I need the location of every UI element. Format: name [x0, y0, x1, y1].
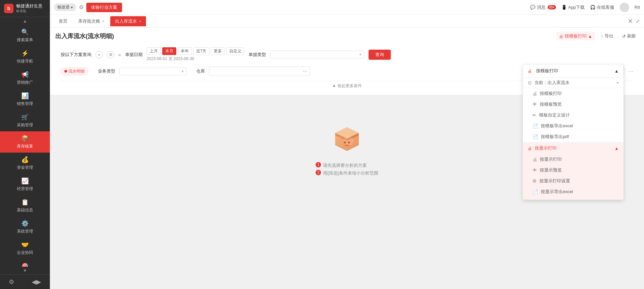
- query-button[interactable]: 查询: [369, 50, 391, 60]
- tab-batch-account[interactable]: 库存批次账 ×: [74, 16, 109, 26]
- date-btn-last-month[interactable]: 上月: [147, 47, 161, 55]
- display-print-item[interactable]: 🖨 按显示打印: [523, 154, 623, 165]
- doc-type-select[interactable]: ▾: [270, 51, 364, 58]
- tab-inout-flow-close[interactable]: ×: [139, 19, 141, 23]
- warehouse-select[interactable]: ···: [209, 67, 310, 76]
- page-title-row: 出入库流水(流水明细) 🖨 按模板打印 ▲ ↑ 导出 ↺ 刷新: [55, 32, 639, 41]
- warehouse-more-icon[interactable]: ···: [303, 68, 307, 74]
- date-btn-custom[interactable]: 自定义: [226, 47, 244, 55]
- date-filter: 上月 本月 本年 近7天 更多 自定义 2023-06-01 至 2023-06…: [147, 47, 245, 62]
- template-print-item[interactable]: 🖨 按模板打印: [523, 88, 623, 99]
- tab-batch-account-close[interactable]: ×: [102, 19, 104, 23]
- tabs-close-all-button[interactable]: ✕: [628, 18, 633, 25]
- display-export-pdf-item[interactable]: 📄 按显示导出pdf: [523, 197, 623, 200]
- page-actions: 🖨 按模板打印 ▲ ↑ 导出 ↺ 刷新: [556, 32, 639, 41]
- filter-tag-dot: [64, 70, 67, 73]
- print-icon: 🖨: [559, 34, 563, 39]
- biz-type-select[interactable]: ▾: [119, 68, 187, 75]
- date-btn-more[interactable]: 更多: [211, 47, 225, 55]
- sidebar-item-label: 经营管理: [17, 186, 33, 192]
- display-print-settings-item[interactable]: ⚙ 按显示打印设置: [523, 176, 623, 186]
- display-print-icon: 🖨: [532, 157, 537, 162]
- sidebar-item-guide[interactable]: 🎯 新手引导: [0, 259, 50, 267]
- message-badge: 99+: [548, 5, 556, 9]
- svg-point-5: [344, 141, 346, 143]
- template-preview-label: 按模板预览: [540, 101, 562, 107]
- display-print-section-icon: 🖨: [528, 146, 532, 151]
- sidebar-item-system[interactable]: ⚙️ 系统管理: [0, 216, 50, 238]
- topbar-dropdown-icon: ▾: [71, 5, 73, 10]
- sidebar-scroll-up[interactable]: ▲: [0, 17, 50, 25]
- topbar-message[interactable]: 💬 消息 99+: [530, 4, 556, 10]
- sidebar-item-label: 采购管理: [17, 122, 33, 128]
- sidebar-logo: b 畅捷通好生意 标准版: [0, 0, 50, 17]
- topbar-gear-icon[interactable]: ⚙: [79, 4, 84, 10]
- sidebar-item-basic[interactable]: 📋 基础信息: [0, 195, 50, 216]
- more-actions-button[interactable]: ···: [628, 68, 633, 75]
- template-export-pdf-item[interactable]: 📄 按模板导出pdf: [523, 131, 623, 142]
- sidebar-item-search[interactable]: 🔍 搜索菜单: [0, 25, 50, 46]
- refresh-button[interactable]: ↺ 刷新: [619, 32, 639, 41]
- display-print-section-up-arrow: ▲: [614, 146, 619, 151]
- sidebar-item-operation[interactable]: 📈 经营管理: [0, 174, 50, 195]
- sidebar-item-inventory[interactable]: 📦 库存核算: [0, 131, 50, 153]
- refresh-label: 刷新: [627, 33, 636, 39]
- date-buttons: 上月 本月 本年 近7天 更多 自定义: [147, 47, 245, 55]
- display-excel-label: 按显示导出excel: [541, 189, 573, 195]
- sidebar-settings-icon[interactable]: ⚙: [9, 278, 14, 286]
- active-filter-tag[interactable]: 流水明细: [61, 68, 88, 75]
- online-service-label: 在线客服: [597, 4, 614, 10]
- topbar-app-download[interactable]: 📱 App下载: [561, 4, 585, 10]
- print-template-button[interactable]: 🖨 按模板打印 ▲: [556, 32, 595, 41]
- export-button[interactable]: ↑ 导出: [598, 32, 616, 41]
- svg-point-4: [344, 136, 353, 146]
- sidebar-toggle-icon[interactable]: ◀▶: [32, 278, 41, 286]
- template-export-excel-item[interactable]: 📄 按模板导出excel: [523, 121, 623, 131]
- date-range-display: 2023-06-01 至 2023-06-30: [147, 56, 245, 62]
- display-print-label: 按显示打印: [540, 156, 562, 162]
- template-pdf-label: 按模板导出pdf: [541, 134, 569, 140]
- display-export-excel-item[interactable]: 📄 按显示导出excel: [523, 186, 623, 197]
- filter-collapse-left-button[interactable]: «: [118, 52, 121, 57]
- sidebar-item-label: 搜索菜单: [17, 37, 33, 43]
- tab-home[interactable]: 首页: [54, 16, 72, 26]
- tab-inout-flow[interactable]: 出入库流水 ×: [110, 16, 146, 26]
- filter-add-button[interactable]: +: [95, 51, 103, 58]
- sidebar-item-finance[interactable]: 💰 资金管理: [0, 153, 50, 174]
- sidebar-item-sales[interactable]: 📊 销售管理: [0, 89, 50, 110]
- date-btn-7days[interactable]: 近7天: [193, 47, 210, 55]
- current-template-item[interactable]: ⊙ 当前：出入库流水 ▾: [523, 78, 623, 88]
- template-preview-item[interactable]: 👁 按模板预览: [523, 99, 623, 110]
- tab-home-label: 首页: [59, 18, 67, 24]
- topbar-user-display[interactable]: 畅捷通 ▾: [54, 3, 76, 11]
- date-btn-this-year[interactable]: 本年: [178, 47, 192, 55]
- topbar-online-service[interactable]: 🎧 在线客服: [590, 4, 614, 10]
- tabs-maximize-button[interactable]: ⤢: [636, 18, 640, 24]
- enterprise-icon: 🤝: [21, 241, 29, 248]
- template-custom-design-item[interactable]: ✏ 模板自定义设计: [523, 110, 623, 121]
- template-preview-icon: 👁: [532, 102, 537, 107]
- sidebar-item-quick-nav[interactable]: ⚡ 快捷导航: [0, 46, 50, 68]
- export-label: 导出: [605, 33, 613, 39]
- filter-settings-button[interactable]: ⚙: [107, 51, 114, 58]
- empty-state-icon: [330, 122, 364, 156]
- sidebar-item-purchase[interactable]: 🛒 采购管理: [0, 110, 50, 131]
- sidebar-item-marketing[interactable]: 📢 营销推广: [0, 68, 50, 89]
- display-print-section-header[interactable]: 🖨 按显示打印 ▲: [523, 142, 623, 154]
- print-dropdown-panel: 🖨 按模板打印 ▲ ⊙ 当前：出入库流水 ▾ 🖨 按模板打印: [523, 64, 624, 200]
- sidebar-scroll-down[interactable]: ▼: [0, 267, 50, 274]
- empty-tip-1: 1 请先选择要分析的方案: [316, 161, 378, 169]
- logo-icon: b: [4, 4, 13, 13]
- avatar[interactable]: [620, 3, 629, 12]
- print-dropdown-header[interactable]: 🖨 按模板打印 ▲: [523, 64, 623, 78]
- template-design-label: 模板自定义设计: [539, 112, 570, 118]
- date-btn-this-month[interactable]: 本月: [162, 47, 176, 55]
- trial-button[interactable]: 体验行业方案: [86, 3, 122, 12]
- system-icon: ⚙️: [21, 220, 29, 227]
- template-design-icon: ✏: [532, 112, 536, 118]
- topbar-username-text: 畅捷通: [57, 4, 69, 10]
- template-print-label: 按模板打印: [540, 90, 562, 97]
- sidebar-item-enterprise[interactable]: 🤝 企业协同: [0, 238, 50, 259]
- display-preview-item[interactable]: 👁 按显示预览: [523, 165, 623, 176]
- sidebar-item-label: 销售管理: [17, 101, 33, 107]
